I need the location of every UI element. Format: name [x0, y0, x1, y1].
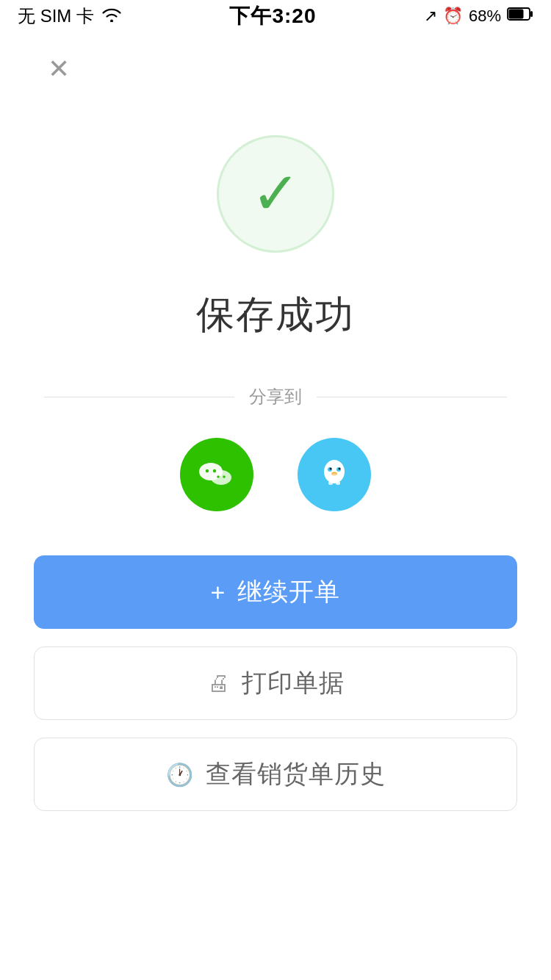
status-indicators: ↗ ⏰ 68% [424, 7, 533, 26]
battery-icon [507, 7, 533, 26]
history-icon: 🕐 [166, 762, 194, 788]
svg-rect-1 [508, 10, 523, 19]
svg-rect-16 [336, 481, 340, 485]
close-button[interactable]: ✕ [37, 47, 81, 91]
svg-point-12 [330, 468, 332, 470]
share-icons [180, 438, 371, 511]
plus-icon: + [211, 578, 226, 607]
svg-point-8 [223, 475, 226, 478]
status-carrier: 无 SIM 卡 [18, 4, 122, 28]
alarm-icon: ⏰ [443, 7, 463, 26]
history-button[interactable]: 🕐 查看销货单历史 [34, 738, 517, 811]
history-label: 查看销货单历史 [206, 757, 386, 791]
status-time: 下午3:20 [229, 2, 316, 30]
checkmark-icon: ✓ [251, 165, 300, 223]
svg-rect-15 [328, 481, 333, 485]
continue-order-label: 继续开单 [237, 575, 340, 609]
wechat-share-button[interactable] [180, 438, 253, 511]
action-buttons: + 继续开单 🖨 打印单据 🕐 查看销货单历史 [0, 555, 551, 811]
close-icon: ✕ [48, 54, 70, 84]
share-divider: 分享到 [0, 385, 551, 408]
svg-point-13 [339, 468, 341, 470]
success-circle: ✓ [217, 135, 334, 253]
success-title: 保存成功 [196, 289, 355, 341]
share-label: 分享到 [234, 385, 317, 408]
wifi-icon [101, 6, 122, 26]
divider-line-right [317, 397, 507, 397]
print-button[interactable]: 🖨 打印单据 [34, 646, 517, 720]
qq-share-button[interactable] [298, 438, 371, 511]
svg-rect-2 [530, 11, 533, 17]
battery-text: 68% [469, 7, 501, 26]
location-icon: ↗ [424, 7, 437, 26]
svg-point-5 [206, 469, 209, 472]
main-content: ✓ 保存成功 分享到 [0, 76, 551, 980]
continue-order-button[interactable]: + 继续开单 [34, 555, 517, 629]
carrier-text: 无 SIM 卡 [18, 4, 94, 28]
svg-point-17 [328, 473, 340, 482]
printer-icon: 🖨 [207, 671, 230, 696]
print-label: 打印单据 [242, 666, 345, 700]
status-bar: 无 SIM 卡 下午3:20 ↗ ⏰ 68% [0, 0, 551, 32]
divider-line-left [44, 397, 234, 397]
svg-point-6 [213, 469, 216, 472]
share-section: 分享到 [0, 385, 551, 511]
svg-point-7 [217, 475, 220, 478]
